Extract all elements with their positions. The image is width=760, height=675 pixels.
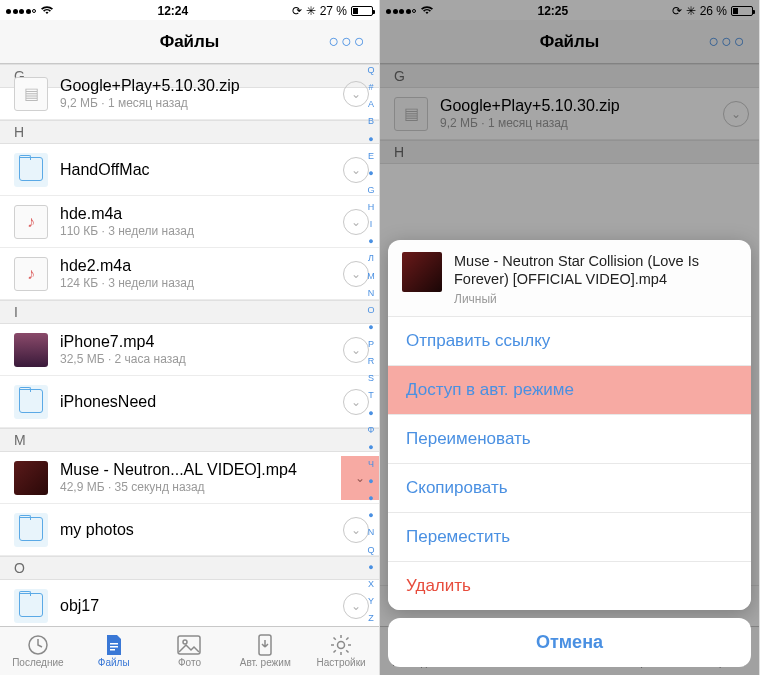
video2-icon xyxy=(14,333,48,367)
svg-rect-4 xyxy=(178,636,200,654)
tab-file[interactable]: Файлы xyxy=(76,627,152,675)
folder-icon xyxy=(14,589,48,623)
battery-percent: 27 % xyxy=(320,4,347,18)
svg-rect-1 xyxy=(110,643,118,645)
svg-point-7 xyxy=(338,642,345,649)
cell-signal-icon xyxy=(6,9,36,14)
folder-icon xyxy=(14,385,48,419)
file-meta: 124 КБ · 3 недели назад xyxy=(60,276,337,290)
file-row[interactable]: iPhonesNeed ⌄ xyxy=(0,376,379,428)
svg-rect-2 xyxy=(110,646,118,648)
screen-action-sheet: 12:25 ⟳ ✳︎ 26 % Файлы ○○○ G ▤ Google+Pla… xyxy=(380,0,760,675)
clock-icon xyxy=(26,634,50,656)
sheet-action[interactable]: Удалить xyxy=(388,562,751,610)
status-time: 12:24 xyxy=(157,4,188,18)
tab-label: Авт. режим xyxy=(240,657,291,668)
file-name: obj17 xyxy=(60,597,337,615)
tab-label: Фото xyxy=(178,657,201,668)
file-row[interactable]: ♪ hde2.m4a 124 КБ · 3 недели назад ⌄ xyxy=(0,248,379,300)
tab-gear[interactable]: Настройки xyxy=(303,627,379,675)
section-header: O xyxy=(0,556,379,580)
photo-icon xyxy=(177,634,201,656)
page-title: Файлы xyxy=(160,32,220,52)
tab-label: Настройки xyxy=(317,657,366,668)
svg-point-5 xyxy=(183,640,187,644)
nav-bar: Файлы ○○○ xyxy=(0,20,379,64)
file-name: hde.m4a xyxy=(60,205,337,223)
section-header: M xyxy=(0,428,379,452)
action-sheet: Muse - Neutron Star Collision (Love Is F… xyxy=(388,240,751,667)
file-name: Muse - Neutron...AL VIDEO].mp4 xyxy=(60,461,335,479)
status-bar: 12:24 ⟳ ✳︎ 27 % xyxy=(0,0,379,20)
file-name: my photos xyxy=(60,521,337,539)
file-meta: 9,2 МБ · 1 месяц назад xyxy=(60,96,337,110)
svg-rect-3 xyxy=(110,649,115,651)
index-scrubber[interactable]: Q#AB●E●GHI●ЛMNO●PRST●Ф●Ч●●●NQ●XYZ xyxy=(365,66,377,623)
offline-icon xyxy=(253,634,277,656)
video-icon xyxy=(14,461,48,495)
sheet-action[interactable]: Доступ в авт. режиме xyxy=(388,366,751,415)
folder-icon xyxy=(14,513,48,547)
audio-icon: ♪ xyxy=(14,205,48,239)
folder-icon xyxy=(14,153,48,187)
sheet-action[interactable]: Переместить xyxy=(388,513,751,562)
zip-icon: ▤ xyxy=(14,77,48,111)
file-row[interactable]: my photos ⌄ xyxy=(0,504,379,556)
tab-offline[interactable]: Авт. режим xyxy=(227,627,303,675)
file-row[interactable]: ▤ Google+Play+5.10.30.zip 9,2 МБ · 1 мес… xyxy=(0,68,379,120)
sheet-file-subtitle: Личный xyxy=(454,292,737,306)
bluetooth-icon: ✳︎ xyxy=(306,4,316,18)
sheet-action[interactable]: Скопировать xyxy=(388,464,751,513)
sheet-action[interactable]: Переименовать xyxy=(388,415,751,464)
file-name: HandOffMac xyxy=(60,161,337,179)
cancel-button[interactable]: Отмена xyxy=(388,618,751,667)
tab-label: Последние xyxy=(12,657,63,668)
file-meta: 110 КБ · 3 недели назад xyxy=(60,224,337,238)
tab-photo[interactable]: Фото xyxy=(152,627,228,675)
file-name: iPhonesNeed xyxy=(60,393,337,411)
tab-bar: Последние Файлы Фото Авт. режим Настройк… xyxy=(0,626,379,675)
sheet-action[interactable]: Отправить ссылку xyxy=(388,317,751,366)
file-row[interactable]: Muse - Neutron...AL VIDEO].mp4 42,9 МБ ·… xyxy=(0,452,379,504)
file-row[interactable]: obj17 ⌄ xyxy=(0,580,379,626)
file-row[interactable]: HandOffMac ⌄ xyxy=(0,144,379,196)
sheet-header: Muse - Neutron Star Collision (Love Is F… xyxy=(388,240,751,317)
section-header: H xyxy=(0,120,379,144)
sheet-file-title: Muse - Neutron Star Collision (Love Is F… xyxy=(454,252,737,288)
tab-label: Файлы xyxy=(98,657,130,668)
tab-clock[interactable]: Последние xyxy=(0,627,76,675)
section-header: I xyxy=(0,300,379,324)
file-row[interactable]: iPhone7.mp4 32,5 МБ · 2 часа назад ⌄ xyxy=(0,324,379,376)
video-thumbnail-icon xyxy=(402,252,442,292)
file-icon xyxy=(102,634,126,656)
audio-icon: ♪ xyxy=(14,257,48,291)
file-name: hde2.m4a xyxy=(60,257,337,275)
screen-files-list: 12:24 ⟳ ✳︎ 27 % Файлы ○○○ G ▤ Google+Pla… xyxy=(0,0,380,675)
file-row[interactable]: ♪ hde.m4a 110 КБ · 3 недели назад ⌄ xyxy=(0,196,379,248)
file-name: iPhone7.mp4 xyxy=(60,333,337,351)
file-meta: 32,5 МБ · 2 часа назад xyxy=(60,352,337,366)
lock-icon: ⟳ xyxy=(292,4,302,18)
more-button[interactable]: ○○○ xyxy=(328,20,367,63)
file-meta: 42,9 МБ · 35 секунд назад xyxy=(60,480,335,494)
gear-icon xyxy=(329,634,353,656)
battery-icon xyxy=(351,6,373,16)
file-list[interactable]: G ▤ Google+Play+5.10.30.zip 9,2 МБ · 1 м… xyxy=(0,64,379,626)
file-name: Google+Play+5.10.30.zip xyxy=(60,77,337,95)
wifi-icon xyxy=(40,4,54,18)
